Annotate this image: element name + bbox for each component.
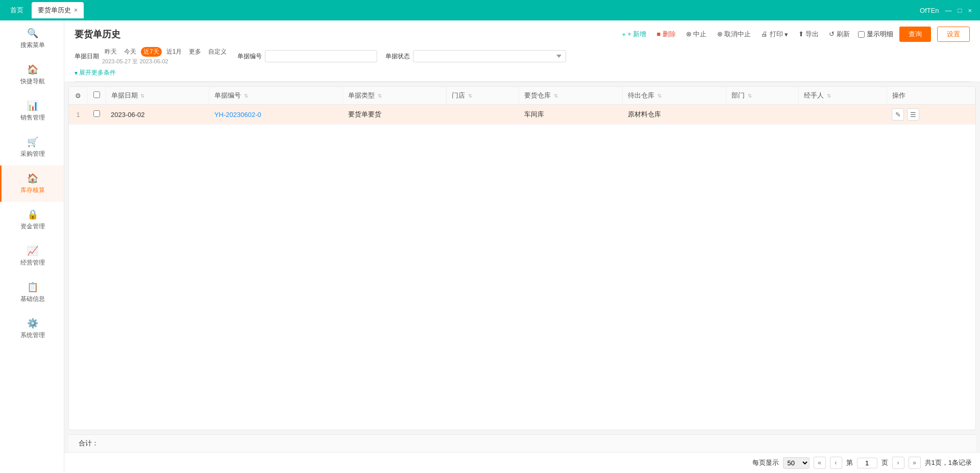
- tab-home[interactable]: 首页: [4, 2, 30, 18]
- page-size-select[interactable]: 10 20 50 100: [783, 457, 810, 469]
- first-page-button[interactable]: «: [814, 457, 826, 469]
- next-page-button[interactable]: ›: [892, 457, 904, 469]
- page-label-after: 页: [881, 458, 888, 467]
- shortcut-custom[interactable]: 自定义: [206, 47, 229, 57]
- sort-pending-warehouse-icon[interactable]: ⇅: [657, 93, 662, 99]
- export-label: ⬆ 导出: [798, 30, 819, 39]
- row-ops-cell: ✎ ☰: [887, 105, 975, 125]
- sidebar-item-finance-mgmt[interactable]: 🔒 资金管理: [0, 202, 64, 238]
- last-page-button[interactable]: »: [909, 457, 921, 469]
- shortcut-1month[interactable]: 近1月: [164, 47, 185, 57]
- sidebar-item-quick-nav-label: 快捷导航: [20, 77, 45, 86]
- query-button[interactable]: 查询: [899, 27, 931, 42]
- th-order-type-label: 单据类型: [348, 91, 375, 99]
- order-no-filter-group: 单据编号: [237, 50, 377, 62]
- date-range-display: 2023-05-27 至 2023-06-02: [102, 58, 229, 65]
- sort-date-icon[interactable]: ⇅: [140, 93, 144, 99]
- status-label: 单据状态: [385, 52, 410, 61]
- tab-requisition-label: 要货单历史: [38, 6, 71, 15]
- print-button[interactable]: 🖨 打印 ▾: [759, 29, 790, 40]
- sort-handler-icon[interactable]: ⇅: [827, 93, 831, 99]
- top-bar: 首页 要货单历史 × OfTEn — □ ×: [0, 0, 980, 20]
- close-icon[interactable]: ×: [968, 7, 972, 14]
- status-select-wrapper: [413, 50, 566, 62]
- sidebar-item-ops-mgmt-label: 经营管理: [20, 258, 45, 267]
- data-table: ⚙ 单据日期 ⇅ 单据编号 ⇅: [69, 87, 975, 125]
- maximize-icon[interactable]: □: [958, 7, 962, 14]
- sidebar-item-quick-nav[interactable]: 🏠 快捷导航: [0, 57, 64, 93]
- select-all-checkbox[interactable]: [93, 91, 100, 98]
- cancel-stop-button[interactable]: ⊗ 取消中止: [715, 29, 753, 40]
- page-header: 要货单历史 + + 新增 ■ 删除 ⊗ 中止 ⊗ 取消中止: [64, 20, 980, 82]
- export-button[interactable]: ⬆ 导出: [796, 29, 821, 40]
- date-shortcuts-container: 昨天 今天 近7天 近1月 更多 自定义 2023-05-27 至 2023-0…: [102, 47, 229, 65]
- th-pending-warehouse: 待出仓库 ⇅: [623, 87, 726, 105]
- row-date-cell: 2023-06-02: [106, 105, 209, 125]
- expand-more-btn[interactable]: ▾ 展开更多条件: [75, 68, 970, 77]
- sidebar: 🔍 搜索菜单 🏠 快捷导航 📊 销售管理 🛒 采购管理 🏠 库存核算 🔒 资金管…: [0, 20, 64, 473]
- settings-button[interactable]: 设置: [937, 27, 970, 42]
- filter-area: 单据日期 昨天 今天 近7天 近1月 更多 自定义 2023-05-27 至 2…: [75, 47, 970, 82]
- sidebar-item-sys-mgmt[interactable]: ⚙️ 系统管理: [0, 311, 64, 347]
- print-label: 🖨 打印: [761, 30, 783, 39]
- sort-store-icon[interactable]: ⇅: [468, 93, 472, 99]
- minimize-icon[interactable]: —: [945, 7, 952, 14]
- th-handler-label: 经手人: [804, 91, 824, 99]
- tab-requisition-history[interactable]: 要货单历史 ×: [32, 2, 84, 18]
- th-order-no-label: 单据编号: [214, 91, 241, 99]
- pagination-bar: 每页显示 10 20 50 100 « ‹ 第 页 › » 共1页，1条记录: [64, 452, 980, 473]
- sidebar-item-finance-mgmt-label: 资金管理: [20, 222, 45, 231]
- stop-button[interactable]: ⊗ 中止: [684, 29, 709, 40]
- sidebar-item-search-menu[interactable]: 🔍 搜索菜单: [0, 20, 64, 57]
- new-button[interactable]: + + 新增: [620, 29, 649, 40]
- page-number-input[interactable]: [857, 458, 877, 468]
- shortcut-yesterday[interactable]: 昨天: [102, 47, 119, 57]
- sort-req-warehouse-icon[interactable]: ⇅: [554, 93, 558, 99]
- status-select[interactable]: [413, 50, 566, 62]
- shortcut-7days[interactable]: 近7天: [141, 47, 162, 57]
- summary-label: 合计：: [79, 439, 99, 447]
- print-dropdown-icon[interactable]: ▾: [785, 31, 788, 38]
- sort-order-no-icon[interactable]: ⇅: [244, 93, 248, 99]
- sidebar-item-ops-mgmt[interactable]: 📈 经营管理: [0, 238, 64, 274]
- sort-dept-icon[interactable]: ⇅: [748, 93, 752, 99]
- sidebar-item-basic-info[interactable]: 📋 基础信息: [0, 274, 64, 311]
- sidebar-item-basic-info-label: 基础信息: [20, 295, 45, 303]
- order-no-link[interactable]: YH-20230602-0: [214, 111, 261, 119]
- shortcut-more[interactable]: 更多: [186, 47, 204, 57]
- delete-button[interactable]: ■ 删除: [654, 29, 677, 40]
- th-req-warehouse-label: 要货仓库: [524, 91, 551, 99]
- th-dept-label: 部门: [731, 91, 745, 99]
- date-shortcuts: 昨天 今天 近7天 近1月 更多 自定义: [102, 47, 229, 57]
- row-order-no-cell: YH-20230602-0: [209, 105, 343, 125]
- close-tab-icon[interactable]: ×: [74, 7, 78, 14]
- shortcut-today[interactable]: 今天: [121, 47, 139, 57]
- sidebar-item-sales-mgmt[interactable]: 📊 销售管理: [0, 93, 64, 129]
- new-icon: +: [622, 31, 626, 38]
- purchase-mgmt-icon: 🛒: [27, 136, 38, 148]
- stop-label: ⊗ 中止: [686, 30, 707, 39]
- th-settings: ⚙: [69, 87, 87, 105]
- prev-page-button[interactable]: ‹: [830, 457, 842, 469]
- cancel-stop-label: ⊗ 取消中止: [717, 30, 751, 39]
- table-area: ⚙ 单据日期 ⇅ 单据编号 ⇅: [68, 86, 976, 430]
- ops-mgmt-icon: 📈: [27, 245, 38, 256]
- sidebar-item-inventory[interactable]: 🏠 库存核算: [0, 165, 64, 202]
- refresh-button[interactable]: ↺ 刷新: [827, 29, 852, 40]
- table-footer: 合计：: [68, 434, 976, 452]
- settings-icon[interactable]: ⚙: [75, 92, 81, 100]
- sort-order-type-icon[interactable]: ⇅: [378, 93, 382, 99]
- row-edit-button[interactable]: ✎: [892, 108, 904, 121]
- date-filter-group: 单据日期 昨天 今天 近7天 近1月 更多 自定义 2023-05-27 至 2…: [75, 47, 229, 65]
- sidebar-item-purchase-mgmt[interactable]: 🛒 采购管理: [0, 129, 64, 165]
- order-no-label: 单据编号: [237, 52, 262, 61]
- row-store-cell: [447, 105, 519, 125]
- row-handler-cell: [799, 105, 887, 125]
- page-label-before: 第: [846, 458, 853, 467]
- th-store-label: 门店: [452, 91, 465, 99]
- display-detail-checkbox-group[interactable]: 显示明细: [858, 30, 893, 39]
- order-no-input[interactable]: [265, 50, 377, 62]
- row-checkbox[interactable]: [93, 110, 100, 117]
- display-detail-checkbox[interactable]: [858, 31, 865, 38]
- row-detail-button[interactable]: ☰: [907, 108, 919, 121]
